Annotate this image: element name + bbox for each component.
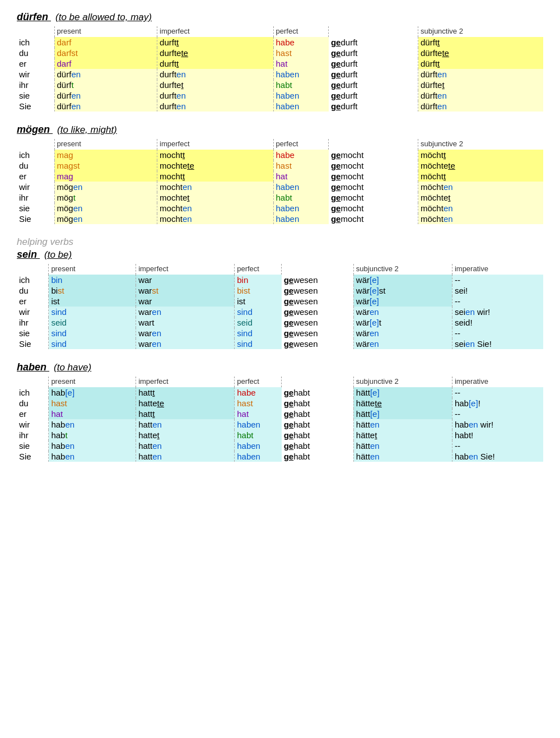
perfect-aux-cell: haben bbox=[235, 451, 282, 462]
table-row: dumagstmochtetehastgemochtmöchtete bbox=[17, 160, 543, 171]
conjugation-table: presentimperfectperfectsubjunctive 2impe… bbox=[17, 377, 543, 462]
table-row: ihrhabthattethabtgehabthättethabt! bbox=[17, 430, 543, 440]
subj2-cell: möchtt bbox=[418, 150, 543, 160]
subj2-cell: wären bbox=[353, 338, 452, 349]
perfect-pp-cell: gewesen bbox=[282, 317, 354, 328]
subj2-cell: wären bbox=[353, 328, 452, 338]
perfect-aux-cell: sind bbox=[235, 338, 282, 349]
verb-subtitle: (to have) bbox=[54, 362, 91, 373]
pronoun-cell: du bbox=[17, 160, 54, 171]
subj2-cell: dürftet bbox=[418, 80, 543, 90]
verb-name: haben bbox=[17, 361, 46, 373]
perfect-pp-cell: gedurft bbox=[329, 90, 418, 101]
header-present: present bbox=[49, 264, 136, 275]
verb-title: mögen (to like, might) bbox=[17, 124, 543, 136]
perfect-pp-cell: gedurft bbox=[329, 48, 418, 58]
imperative-cell: seien Sie! bbox=[452, 338, 543, 349]
pronoun-cell: ihr bbox=[17, 192, 54, 203]
subj2-cell: hättet bbox=[353, 430, 452, 440]
pronoun-cell: wir bbox=[17, 182, 54, 192]
verb-name: sein bbox=[17, 249, 37, 260]
pronoun-cell: du bbox=[17, 285, 49, 296]
present-cell: ist bbox=[49, 296, 136, 307]
perfect-pp-cell: gemocht bbox=[329, 160, 418, 171]
present-cell: sind bbox=[49, 307, 136, 317]
pronoun-cell: du bbox=[17, 398, 49, 409]
present-cell: mögen bbox=[54, 203, 157, 213]
table-row: ichdarfdurftthabegedurftdürftt bbox=[17, 37, 543, 48]
perfect-aux-cell: bin bbox=[235, 275, 282, 285]
imperative-cell: habt! bbox=[452, 430, 543, 440]
verb-title: sein (to be) bbox=[17, 249, 543, 261]
perfect-aux-cell: habt bbox=[273, 192, 329, 203]
perfect-pp-cell: gehabt bbox=[282, 419, 354, 430]
table-row: erdarfdurftthatgedurftdürftt bbox=[17, 58, 543, 69]
perfect-aux-cell: sind bbox=[235, 328, 282, 338]
subj2-cell: dürftete bbox=[418, 48, 543, 58]
header- bbox=[329, 139, 418, 150]
subj2-cell: möchtet bbox=[418, 192, 543, 203]
perfect-pp-cell: gemocht bbox=[329, 150, 418, 160]
pronoun-cell: sie bbox=[17, 203, 54, 213]
present-cell: darf bbox=[54, 37, 157, 48]
present-cell: dürfen bbox=[54, 90, 157, 101]
header-perfect: perfect bbox=[235, 264, 282, 275]
perfect-pp-cell: gehabt bbox=[282, 440, 354, 451]
imperfect-cell: war bbox=[136, 296, 235, 307]
imperfect-cell: durften bbox=[157, 101, 273, 112]
pronoun-cell: er bbox=[17, 409, 49, 419]
pronoun-cell: du bbox=[17, 48, 54, 58]
table-row: Siedürfendurftenhabengedurftdürften bbox=[17, 101, 543, 112]
present-cell: bist bbox=[49, 285, 136, 296]
imperfect-cell: waren bbox=[136, 338, 235, 349]
subj2-cell: wär[e]st bbox=[353, 285, 452, 296]
imperfect-cell: mochten bbox=[157, 182, 273, 192]
present-cell: habt bbox=[49, 430, 136, 440]
perfect-aux-cell: hat bbox=[273, 171, 329, 182]
perfect-aux-cell: habe bbox=[273, 150, 329, 160]
subj2-cell: hättete bbox=[353, 398, 452, 409]
perfect-aux-cell: haben bbox=[273, 203, 329, 213]
subj2-cell: wär[e] bbox=[353, 275, 452, 285]
table-row: eristwaristgewesenwär[e]-- bbox=[17, 296, 543, 307]
imperative-cell: -- bbox=[452, 275, 543, 285]
present-cell: mögen bbox=[54, 213, 157, 224]
verb-section: helping verbs sein (to be) presentimperf… bbox=[17, 236, 543, 349]
imperative-cell: -- bbox=[452, 440, 543, 451]
conjugation-table: presentimperfectperfectsubjunctive 2ichm… bbox=[17, 139, 543, 224]
subj2-cell: hätten bbox=[353, 440, 452, 451]
imperfect-cell: mochtete bbox=[157, 160, 273, 171]
verb-section: mögen (to like, might) presentimperfectp… bbox=[17, 124, 543, 224]
table-row: wirmögenmochtenhabengemochtmöchten bbox=[17, 182, 543, 192]
section-label: helping verbs bbox=[17, 236, 543, 248]
verb-section: haben (to have) presentimperfectperfects… bbox=[17, 361, 543, 462]
perfect-aux-cell: habe bbox=[273, 37, 329, 48]
table-row: wirdürfendurftenhabengedurftdürften bbox=[17, 69, 543, 80]
table-row: Siehabenhattenhabengehabthättenhaben Sie… bbox=[17, 451, 543, 462]
present-cell: bin bbox=[49, 275, 136, 285]
pronoun-cell: sie bbox=[17, 440, 49, 451]
imperfect-cell: durftt bbox=[157, 58, 273, 69]
header-pronoun bbox=[17, 139, 54, 150]
verb-subtitle: (to like, might) bbox=[57, 124, 117, 135]
header-imperfect: imperfect bbox=[136, 377, 235, 387]
header-imperfect: imperfect bbox=[157, 26, 273, 37]
pronoun-cell: ihr bbox=[17, 317, 49, 328]
header-row: presentimperfectperfectsubjunctive 2 bbox=[17, 139, 543, 150]
perfect-aux-cell: haben bbox=[273, 182, 329, 192]
imperfect-cell: mochtet bbox=[157, 192, 273, 203]
imperfect-cell: hattt bbox=[136, 387, 235, 398]
present-cell: mag bbox=[54, 171, 157, 182]
perfect-pp-cell: gewesen bbox=[282, 296, 354, 307]
pronoun-cell: wir bbox=[17, 307, 49, 317]
table-row: ichmagmochtthabegemochtmöchtt bbox=[17, 150, 543, 160]
table-row: ihrdürftdurftethabtgedurftdürftet bbox=[17, 80, 543, 90]
table-row: Siesindwarensindgewesenwärenseien Sie! bbox=[17, 338, 543, 349]
perfect-pp-cell: gewesen bbox=[282, 285, 354, 296]
subj2-cell: möchten bbox=[418, 203, 543, 213]
present-cell: hab[e] bbox=[49, 387, 136, 398]
perfect-aux-cell: hat bbox=[273, 58, 329, 69]
pronoun-cell: ich bbox=[17, 387, 49, 398]
subj2-cell: möchten bbox=[418, 213, 543, 224]
perfect-aux-cell: bist bbox=[235, 285, 282, 296]
